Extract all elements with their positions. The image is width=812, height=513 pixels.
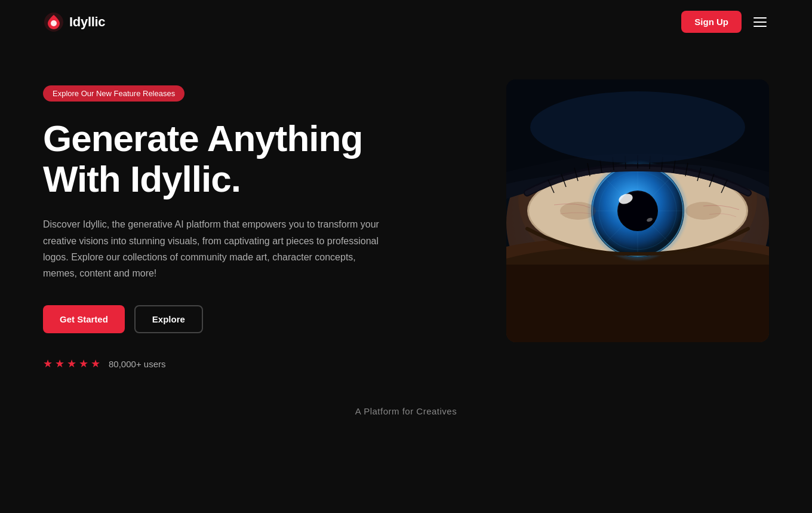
hero-description: Discover Idyllic, the generative AI plat… [43,216,383,281]
logo-text: Idyllic [69,14,105,30]
star-4: ★ [79,357,88,370]
svg-point-36 [560,202,596,220]
logo[interactable]: Idyllic [43,11,105,33]
star-rating: ★ ★ ★ ★ ★ [43,357,100,370]
users-count: 80,000+ users [109,359,166,369]
hero-section: Explore Our New Feature Releases Generat… [0,44,812,394]
logo-icon [43,11,64,33]
hero-title-line1: Generate Anything [43,118,362,159]
sign-up-button[interactable]: Sign Up [681,11,742,33]
star-5: ★ [91,357,100,370]
get-started-button[interactable]: Get Started [43,305,125,333]
hero-title-line2: With Idyllic. [43,158,241,199]
explore-button[interactable]: Explore [134,305,203,333]
hero-image [506,79,769,342]
social-proof: ★ ★ ★ ★ ★ 80,000+ users [43,357,383,370]
hero-title: Generate Anything With Idyllic. [43,118,383,199]
navbar: Idyllic Sign Up [0,0,812,44]
eye-illustration [506,79,769,342]
svg-rect-38 [506,265,769,342]
feature-badge[interactable]: Explore Our New Feature Releases [43,85,184,102]
svg-point-37 [685,202,721,220]
svg-point-1 [51,20,57,26]
star-2: ★ [55,357,64,370]
hero-buttons: Get Started Explore [43,305,383,333]
star-1: ★ [43,357,53,370]
bottom-tagline: A Platform for Creatives [0,394,812,434]
svg-point-35 [530,91,745,163]
star-3: ★ [67,357,76,370]
hero-content: Explore Our New Feature Releases Generat… [43,79,383,370]
nav-right: Sign Up [681,11,769,33]
hamburger-menu-icon[interactable] [751,15,769,29]
